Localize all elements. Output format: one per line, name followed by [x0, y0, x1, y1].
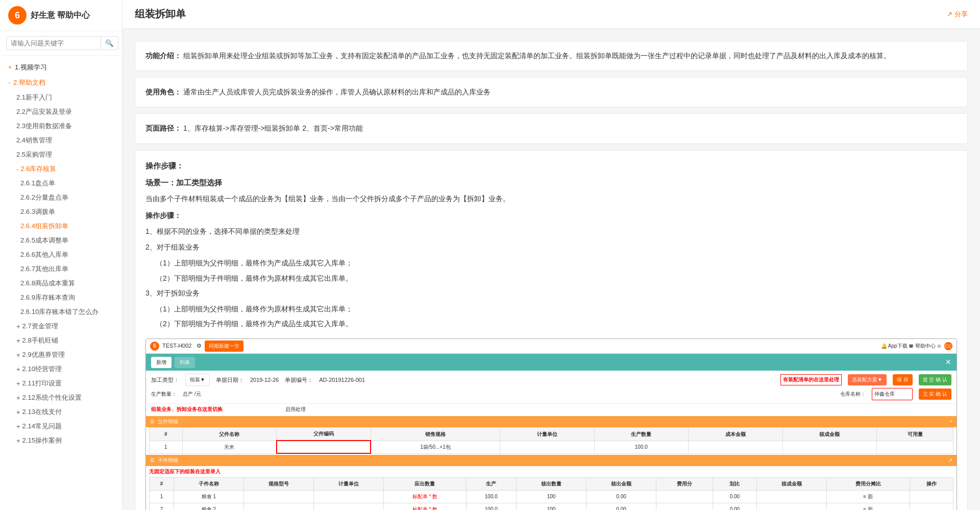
steps-label: 操作步骤：	[145, 159, 957, 173]
sidebar-item-cost-recalc[interactable]: 2.6.8商品成本重算	[0, 276, 122, 290]
sidebar-item-other-in[interactable]: 2.6.6其他入库单	[0, 248, 122, 262]
page-title: 组装拆卸单	[135, 7, 186, 21]
sidebar-item-fenpan[interactable]: 2.6.2分量盘点单	[0, 190, 122, 205]
mock-td-code[interactable]	[277, 441, 371, 453]
mock-topbar-icon1: ⚙	[197, 341, 202, 351]
main-content: 功能介绍： 组装拆卸单用来处理企业组装或拆卸等加工业务，支持有固定装配清单的产品…	[122, 29, 980, 510]
mock-th-4: 计量单位	[500, 428, 594, 441]
mock-add-row-btn[interactable]: +	[949, 417, 952, 426]
sidebar-item-mobile[interactable]: + 2.8手机旺铺	[0, 333, 122, 348]
sidebar-item-inventory[interactable]: - 2.6库存核算	[0, 162, 122, 176]
sidebar-item-print[interactable]: + 2.11打印设置	[0, 376, 122, 391]
mock-screenshot: 6 TEST-H002 ⚙ 同期新建一方 🔔 App下载 ☎ 帮助中心 ⊙ CC…	[145, 338, 957, 510]
mock-td-idx: 1	[150, 441, 183, 453]
sidebar-item-video[interactable]: + 1.视频学习	[0, 60, 122, 75]
sidebar-search-container: 🔍	[0, 31, 122, 56]
sidebar-item-faq[interactable]: + 2.14常见问题	[0, 419, 122, 433]
mock-btn-save[interactable]: 保 存	[893, 374, 913, 385]
sidebar-item-newcomer[interactable]: 2.1新手入门	[0, 90, 122, 105]
mock-btn-addnew[interactable]: 同期新建一方	[205, 341, 243, 352]
mock-type-select[interactable]: 组装▼	[185, 374, 210, 386]
mock-btn-bom[interactable]: 选装配方案▼	[848, 374, 887, 385]
mock-modal-bar: 新增 列表 ✕	[146, 354, 957, 371]
sidebar-item-cost-adj[interactable]: 2.6.5成本调整单	[0, 233, 122, 248]
mock-sub-th-10: 核成金额	[756, 478, 826, 491]
mock-btn-submit[interactable]: 提 交 确 认	[919, 374, 951, 385]
sidebar-item-assembly[interactable]: 2.6.4组装拆卸单	[0, 219, 122, 233]
table-row: 1 关米 1袋/50...+1包 100.0	[150, 441, 953, 453]
sidebar-item-dataprep[interactable]: 2.3使用前数据准备	[0, 119, 122, 133]
scene1-label: 场景一：加工类型选择	[145, 176, 957, 189]
mock-td-qty: 100.0	[594, 441, 689, 453]
mock-type-select-label: 加工类型：	[151, 375, 179, 385]
mock-qty-val: 总产 /元	[183, 390, 201, 399]
main-area: 组装拆卸单 ↗ 分享 功能介绍： 组装拆卸单用来处理企业组装或拆卸等加工业务，支…	[122, 0, 980, 510]
sidebar-item-pandian[interactable]: 2.6.1盘点单	[0, 176, 122, 190]
mock-wh-label: 仓库名称：	[840, 390, 866, 399]
sidebar-item-purchase[interactable]: 2.5采购管理	[0, 148, 122, 162]
role-label: 使用角色：	[145, 88, 181, 96]
sidebar-item-helpdoc[interactable]: - 2.帮助文档	[0, 75, 122, 90]
mock-td-spec: 1袋/50...+1包	[371, 441, 500, 453]
mock-th-2: 父件编码	[277, 428, 371, 441]
intro-label: 功能介绍：	[145, 52, 181, 60]
mock-sub-th-8: 费用分	[656, 478, 713, 491]
mock-td-unit	[500, 441, 594, 453]
mock-enable-btn[interactable]: 立 实 确 认	[919, 388, 951, 400]
mock-section-bar: ☰ 父件明细 +	[146, 416, 957, 427]
mock-sub-section-icon: ☰	[150, 456, 155, 465]
sidebar-header: 6 好生意 帮助中心	[0, 0, 122, 31]
minus-icon-2: -	[16, 165, 18, 173]
sidebar-item-diaoba[interactable]: 2.6.3调拨单	[0, 205, 122, 219]
main-header: 组装拆卸单 ↗ 分享	[122, 0, 980, 29]
mock-td-name: 关米	[182, 441, 277, 453]
mock-th-0: #	[150, 428, 183, 441]
sidebar-item-stock-error[interactable]: 2.6.10库存账本错了怎么办	[0, 305, 122, 319]
mock-icon-bell: 🔔 App下载 ☎ 帮助中心 ⊙	[881, 342, 941, 351]
mock-qty-label: 生产数量：	[151, 390, 177, 399]
mock-sub-th-3: 计量单位	[314, 478, 384, 491]
mock-close-btn[interactable]: ✕	[945, 356, 951, 369]
mock-annotation-bottom: 无固定适应下的组装在这里录入	[149, 466, 953, 477]
sidebar-item-stock-query[interactable]: 2.6.9库存账本查询	[0, 290, 122, 305]
step-label-ops: 操作步骤：	[145, 209, 957, 222]
mock-wh-input[interactable]: 仲鑫仓库	[872, 388, 913, 400]
path-card: 页面路径： 1、库存核算->库存管理->组装拆卸单 2、首页->常用功能	[135, 113, 968, 143]
search-input[interactable]	[6, 36, 101, 50]
step3: 3、对于拆卸业务	[145, 287, 957, 300]
mock-sub-add-btn[interactable]: ↗	[948, 456, 952, 465]
minus-icon: -	[8, 79, 10, 86]
mock-annotation-top: 有装配清单的在这里处理	[780, 374, 842, 385]
mock-code-val: AD-20191226-001	[319, 375, 365, 385]
mock-sub-th-0: #	[150, 478, 174, 491]
sidebar-item-finance[interactable]: + 2.7资金管理	[0, 319, 122, 333]
role-text: 通常由生产人员或库管人员完成拆装业务的操作，库管人员确认原材料的出库和产成品的入…	[183, 88, 491, 96]
sidebar-item-coupon[interactable]: + 2.9优惠券管理	[0, 348, 122, 362]
mock-tab-new[interactable]: 新增	[151, 357, 172, 368]
sidebar-item-cases[interactable]: + 2.15操作案例	[0, 433, 122, 448]
sidebar-item-online-pay[interactable]: + 2.13在线支付	[0, 405, 122, 419]
sidebar-item-install[interactable]: 2.2产品安装及登录	[0, 105, 122, 119]
share-button[interactable]: ↗ 分享	[947, 10, 968, 19]
sidebar-item-operation[interactable]: + 2.10经营管理	[0, 362, 122, 376]
table-row: 2粮食 2标配单 * 数100.01000.000.00≡ 面	[150, 503, 953, 510]
mock-icon-user: CC	[944, 342, 952, 350]
mock-date-val: 2019-12-26	[250, 375, 279, 385]
mock-tab-list[interactable]: 列表	[175, 357, 195, 368]
mock-sub-th-12: 操作	[910, 478, 953, 491]
plus-icon-11: +	[16, 437, 20, 445]
sidebar-item-personalize[interactable]: + 2.12系统个性化设置	[0, 391, 122, 405]
sub-step-cx-1: （1）上部明细为父件明细，最终作为原材料生成其它出库单；	[156, 303, 957, 315]
intro-card: 功能介绍： 组装拆卸单用来处理企业组装或拆卸等加工业务，支持有固定装配清单的产品…	[135, 41, 968, 71]
sidebar-item-other-out[interactable]: 2.6.7其他出库单	[0, 262, 122, 276]
sidebar-item-sales[interactable]: 2.4销售管理	[0, 133, 122, 148]
app-title: 好生意 帮助中心	[31, 10, 90, 21]
search-button[interactable]: 🔍	[101, 36, 118, 50]
sub-step-cx-2: （2）下部明细为子件明细，最终作为产成品生成其它入库单。	[156, 318, 957, 330]
plus-icon-5: +	[16, 351, 20, 359]
mock-date-label: 单据日期：	[216, 375, 244, 385]
mock-sub-section-label: 子件明细	[158, 456, 178, 465]
mock-logo: 6	[150, 342, 159, 351]
role-card: 使用角色： 通常由生产人员或库管人员完成拆装业务的操作，库管人员确认原材料的出库…	[135, 77, 968, 107]
scene1-desc: 当由多个子件材料组装成一个成品的业务为【组装】业务，当由一个父件拆分成多个子产品…	[145, 192, 957, 205]
